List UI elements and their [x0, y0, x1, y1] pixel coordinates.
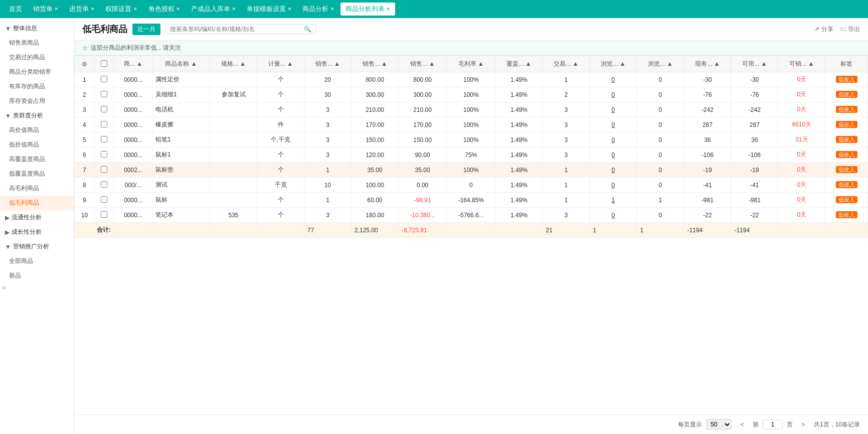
col-available[interactable]: 可用... ▲ [731, 56, 778, 72]
row-browse1[interactable]: 0 [590, 178, 637, 193]
row-browse1[interactable]: 0 [590, 163, 637, 178]
col-settings[interactable]: ⚙ [75, 56, 95, 72]
sidebar-group-title-0[interactable]: ▼ 整体信息 [0, 21, 74, 36]
sidebar-item-低价值商品[interactable]: 低价值商品 [0, 137, 74, 152]
nav-item-进货单[interactable]: 进货单 × [64, 3, 99, 16]
col-spec[interactable]: 规格... ▲ [210, 56, 257, 72]
row-browse1[interactable]: 0 [590, 208, 637, 223]
col-sales-amount[interactable]: 销售... ▲ [352, 56, 399, 72]
totals-row: 合计: 77 2,125.00 -8,723.91 21 1 1 -1194 [75, 223, 868, 238]
row-browse1[interactable]: 0 [590, 72, 637, 87]
row-saleable: 0天 [778, 87, 825, 102]
sidebar-item-新品[interactable]: 新品 [0, 268, 74, 283]
row-browse1[interactable]: 1 [590, 193, 637, 208]
row-current-stock: -76 [684, 87, 731, 102]
col-unit[interactable]: 计量... ▲ [257, 56, 304, 72]
col-tag[interactable]: 标签 [825, 56, 868, 72]
row-checkbox[interactable] [94, 72, 114, 87]
sidebar-item-高覆盖度商品[interactable]: 高覆盖度商品 [0, 152, 74, 167]
col-name[interactable]: 商品名称 ▲ [152, 56, 210, 72]
row-select[interactable] [101, 211, 107, 218]
row-select[interactable] [101, 181, 107, 188]
row-select[interactable] [101, 106, 107, 112]
nav-item-角色授权[interactable]: 角色授权 × [143, 3, 185, 16]
sidebar-item-交易过的商品[interactable]: 交易过的商品 [0, 50, 74, 65]
row-select[interactable] [101, 76, 107, 82]
row-select[interactable] [101, 121, 107, 127]
page-number-input[interactable] [763, 419, 783, 429]
row-checkbox[interactable] [94, 117, 114, 132]
col-code[interactable]: 商... ▲ [114, 56, 152, 72]
sidebar-item-低覆盖度商品[interactable]: 低覆盖度商品 [0, 167, 74, 181]
sidebar-group-title-1[interactable]: ▼ 类群度分析 [0, 108, 74, 123]
row-checkbox[interactable] [94, 208, 114, 223]
row-select[interactable] [101, 151, 107, 158]
row-transaction: 3 [543, 117, 590, 132]
row-gross-margin: 100% [447, 72, 495, 87]
sidebar-item-销售类商品[interactable]: 销售类商品 [0, 36, 74, 50]
col-browse1[interactable]: 浏览... ▲ [590, 56, 637, 72]
sidebar-collapse-button[interactable]: « [0, 283, 9, 292]
table-wrapper[interactable]: ⚙ 商... ▲ 商品名称 ▲ 规格... ▲ 计量... ▲ 销售... ▲ … [74, 56, 868, 414]
sidebar-item-全部商品[interactable]: 全部商品 [0, 254, 74, 268]
col-coverage[interactable]: 覆盖... ▲ [495, 56, 543, 72]
select-all-checkbox[interactable] [101, 60, 107, 67]
col-gross-margin[interactable]: 毛利率 ▲ [447, 56, 495, 72]
row-checkbox[interactable] [94, 102, 114, 117]
col-current-stock[interactable]: 现有... ▲ [684, 56, 731, 72]
row-current-stock: -22 [684, 208, 731, 223]
sidebar-item-有库存的商品[interactable]: 有库存的商品 [0, 79, 74, 94]
search-input[interactable] [170, 26, 304, 33]
row-checkbox[interactable] [94, 178, 114, 193]
sidebar-item-低毛利商品[interactable]: 低毛利商品 [0, 196, 74, 210]
next-page-button[interactable]: ＞ [797, 419, 810, 430]
col-checkbox[interactable] [94, 56, 114, 72]
nav-item-权限设置[interactable]: 权限设置 × [100, 3, 142, 16]
nav-item-首页[interactable]: 首页 [4, 3, 27, 16]
share-button[interactable]: ⇗ 分享 [814, 25, 833, 34]
row-checkbox[interactable] [94, 132, 114, 148]
row-browse1[interactable]: 0 [590, 102, 637, 117]
sidebar-item-高毛利商品[interactable]: 高毛利商品 [0, 181, 74, 196]
col-saleable[interactable]: 可销... ▲ [778, 56, 825, 72]
sidebar-group-title-3[interactable]: ▶ 成长性分析 [0, 225, 74, 239]
row-browse1[interactable]: 0 [590, 132, 637, 148]
prev-page-button[interactable]: ＜ [736, 419, 749, 430]
row-checkbox[interactable] [94, 87, 114, 102]
row-checkbox[interactable] [94, 163, 114, 178]
date-filter-button[interactable]: 近一月 [132, 24, 160, 35]
row-unit: 个 [257, 148, 304, 163]
nav-item-商品分析列表[interactable]: 商品分析列表 × [340, 3, 395, 16]
arrow-icon: ▼ [5, 243, 11, 250]
col-browse2[interactable]: 浏览... ▲ [637, 56, 684, 72]
nav-item-单据模板设置[interactable]: 单据模板设置 × [242, 3, 296, 16]
col-sales-profit[interactable]: 销售... ▲ [398, 56, 446, 72]
nav-item-销货单[interactable]: 销货单 × [28, 3, 63, 16]
row-browse1[interactable]: 0 [590, 117, 637, 132]
row-browse1[interactable]: 0 [590, 87, 637, 102]
nav-item-产成品入库单[interactable]: 产成品入库单 × [186, 3, 241, 16]
row-select[interactable] [101, 166, 107, 173]
col-transaction[interactable]: 交易... ▲ [543, 56, 590, 72]
sidebar-item-库存资金占用[interactable]: 库存资金占用 [0, 94, 74, 108]
sidebar-group-title-4[interactable]: ▼ 营销推广分析 [0, 239, 74, 254]
export-button[interactable]: ↑□ 导出 [839, 25, 860, 34]
nav-item-商品分析[interactable]: 商品分析 × [297, 3, 339, 16]
row-select[interactable] [101, 136, 107, 142]
row-sales-amount: 180.00 [352, 208, 399, 223]
row-coverage: 1.49% [495, 102, 543, 117]
row-checkbox[interactable] [94, 148, 114, 163]
sidebar-group-title-2[interactable]: ▶ 流通性分析 [0, 210, 74, 225]
row-checkbox[interactable] [94, 193, 114, 208]
sidebar-item-商品分类助销率[interactable]: 商品分类助销率 [0, 65, 74, 79]
sidebar-item-高价值商品[interactable]: 高价值商品 [0, 123, 74, 137]
arrow-icon: ▶ [5, 229, 10, 236]
row-select[interactable] [101, 196, 107, 203]
col-sales-qty[interactable]: 销售... ▲ [304, 56, 352, 72]
row-select[interactable] [101, 91, 107, 97]
row-available: -22 [731, 208, 778, 223]
per-page-select[interactable]: 50 20 100 [706, 419, 732, 430]
search-icon[interactable]: 🔍 [304, 26, 311, 33]
row-browse1[interactable]: 0 [590, 148, 637, 163]
row-current-stock: -981 [684, 193, 731, 208]
